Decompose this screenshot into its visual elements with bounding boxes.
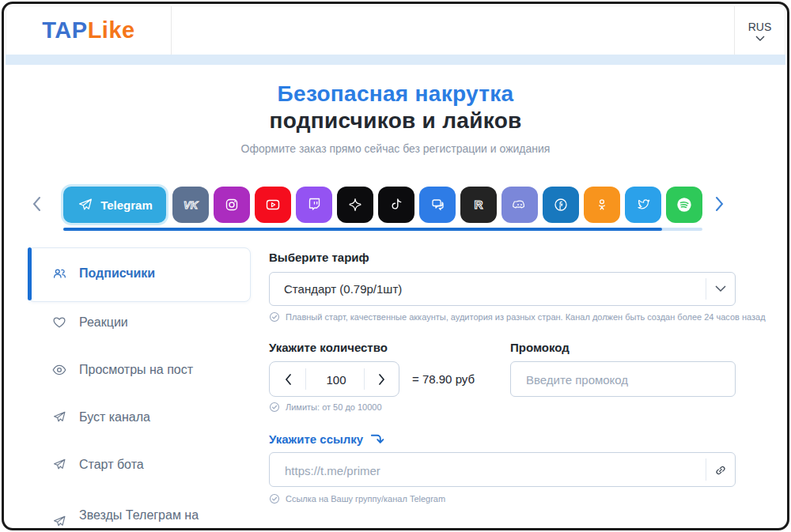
telegram-icon bbox=[77, 196, 94, 213]
arrow-turn-down-icon bbox=[369, 432, 384, 447]
twitch-icon bbox=[305, 195, 324, 214]
quantity-decrease-button[interactable] bbox=[270, 362, 305, 396]
sidebar-item-label: Буст канала bbox=[79, 410, 150, 424]
header-accent-band bbox=[6, 55, 785, 65]
social-sparkle-tile[interactable] bbox=[337, 187, 373, 223]
page-title-line1: Безопасная накрутка bbox=[4, 81, 787, 107]
tiktok-icon bbox=[387, 195, 406, 214]
social-discord-tile[interactable] bbox=[501, 187, 538, 223]
quantity-note-text: Лимиты: от 50 до 10000 bbox=[286, 402, 382, 412]
page-title-line2: подписчиков и лайков bbox=[4, 108, 787, 134]
promo-input[interactable] bbox=[524, 363, 725, 397]
link-note: Ссылка на Вашу группу/канал Telegram bbox=[269, 493, 445, 504]
social-youtube-tile[interactable] bbox=[255, 187, 291, 223]
select-divider bbox=[706, 278, 706, 300]
instagram-icon bbox=[222, 195, 241, 214]
header-divider bbox=[171, 6, 172, 55]
social-telegram-tab[interactable]: Telegram bbox=[63, 187, 166, 223]
tariff-select[interactable]: Стандарт (0.79р/1шт) bbox=[269, 272, 736, 306]
users-icon bbox=[51, 265, 68, 282]
language-label: RUS bbox=[748, 21, 772, 33]
vk-icon: VK bbox=[180, 194, 201, 215]
social-twitter-tile[interactable] bbox=[625, 187, 661, 223]
quantity-stepper bbox=[269, 361, 399, 397]
quantity-note: Лимиты: от 50 до 10000 bbox=[269, 402, 382, 413]
svg-text:VK: VK bbox=[184, 199, 199, 211]
logo[interactable]: TAPLike bbox=[6, 6, 171, 55]
social-chat-tile[interactable] bbox=[419, 187, 456, 223]
header: TAPLike RUS bbox=[6, 6, 785, 55]
youtube-icon bbox=[263, 195, 282, 214]
promo-label: Промокод bbox=[510, 341, 570, 354]
sidebar-item-reactions[interactable]: Реакции bbox=[28, 307, 249, 338]
tariff-label: Выберите тариф bbox=[269, 251, 369, 264]
chevron-down-icon bbox=[713, 283, 728, 294]
carousel-scrollbar[interactable] bbox=[63, 228, 702, 231]
carousel-next-button[interactable] bbox=[715, 196, 725, 212]
odnoklassniki-icon bbox=[592, 195, 611, 214]
carousel-scrollbar-thumb[interactable] bbox=[63, 228, 662, 231]
sidebar-item-label: Реакции bbox=[79, 315, 128, 330]
rutube-icon: R bbox=[468, 194, 489, 215]
sidebar-item-bot-start[interactable]: Старт бота bbox=[28, 449, 249, 481]
social-facebook-tile[interactable] bbox=[543, 187, 579, 223]
social-rutube-tile[interactable]: R bbox=[460, 187, 497, 223]
sidebar-item-post-views[interactable]: Просмотры на пост bbox=[28, 354, 249, 386]
heart-icon bbox=[51, 314, 68, 331]
page-subtitle: Оформите заказ прямо сейчас без регистра… bbox=[4, 142, 787, 155]
tariff-selected-value: Стандарт (0.79р/1шт) bbox=[284, 273, 402, 305]
social-instagram-tile[interactable] bbox=[214, 187, 250, 223]
link-field bbox=[269, 452, 736, 487]
svg-text:R: R bbox=[475, 198, 483, 211]
sidebar-item-telegram-stars[interactable]: Звезды Телеграм на bbox=[28, 500, 249, 528]
sidebar-item-label: Просмотры на пост bbox=[79, 363, 193, 377]
discord-icon bbox=[510, 195, 529, 214]
link-chain-icon[interactable] bbox=[713, 462, 729, 478]
language-selector[interactable]: RUS bbox=[735, 6, 785, 55]
facebook-icon bbox=[551, 195, 570, 214]
link-label: Укажите ссылку bbox=[269, 432, 384, 447]
check-circle-icon bbox=[269, 311, 280, 323]
quantity-input[interactable] bbox=[306, 362, 366, 398]
social-spotify-tile[interactable] bbox=[666, 187, 702, 223]
spotify-icon bbox=[674, 194, 694, 215]
check-circle-icon bbox=[269, 402, 280, 413]
paper-plane-icon bbox=[51, 409, 68, 426]
chat-bubbles-icon bbox=[428, 195, 447, 214]
social-vk-tile[interactable]: VK bbox=[172, 187, 209, 223]
check-circle-icon bbox=[269, 493, 280, 504]
quantity-increase-button[interactable] bbox=[364, 362, 399, 396]
sidebar-item-label: Старт бота bbox=[79, 458, 144, 472]
logo-tap: TAP bbox=[42, 17, 87, 43]
sidebar-item-channel-boost[interactable]: Буст канала bbox=[28, 402, 249, 433]
logo-like: Like bbox=[88, 17, 135, 43]
sidebar-item-label: Подписчики bbox=[79, 266, 155, 281]
eye-icon bbox=[51, 361, 68, 379]
calculated-price: = 78.90 руб bbox=[412, 361, 475, 397]
quantity-label: Укажите количество bbox=[269, 341, 388, 354]
paper-plane-icon bbox=[51, 456, 68, 474]
sidebar-item-subscribers[interactable]: Подписчики bbox=[28, 258, 249, 289]
link-field-divider bbox=[706, 458, 706, 481]
social-twitch-tile[interactable] bbox=[296, 187, 332, 223]
social-tiktok-tile[interactable] bbox=[378, 187, 414, 223]
link-note-text: Ссылка на Вашу группу/канал Telegram bbox=[286, 494, 445, 504]
telegram-tab-label: Telegram bbox=[100, 198, 153, 212]
promo-field bbox=[510, 361, 736, 397]
page: TAPLike RUS Безопасная накрутка подписчи… bbox=[0, 0, 791, 532]
carousel-prev-button[interactable] bbox=[32, 196, 41, 212]
twitter-icon bbox=[634, 195, 653, 214]
link-input[interactable] bbox=[283, 454, 698, 488]
paper-plane-icon bbox=[51, 513, 68, 528]
link-label-text: Укажите ссылку bbox=[269, 432, 363, 446]
sparkle-icon bbox=[346, 195, 365, 214]
tariff-note-text: Плавный старт, качественные аккаунты, ау… bbox=[286, 312, 766, 322]
social-odnoklassniki-tile[interactable] bbox=[584, 187, 620, 223]
tariff-note: Плавный старт, качественные аккаунты, ау… bbox=[269, 311, 766, 323]
chevron-down-icon bbox=[755, 36, 765, 41]
sidebar-item-label: Звезды Телеграм на bbox=[79, 508, 199, 523]
